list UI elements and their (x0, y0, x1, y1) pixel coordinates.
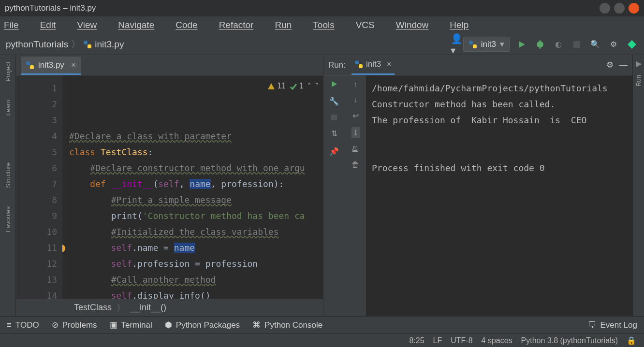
inspection-bar[interactable]: 11 1 ˄ ˅ (267, 78, 319, 94)
breadcrumb[interactable]: pythonTutorials 〉 init3.py (6, 38, 124, 51)
window-title: pythonTutorials – init3.py (5, 3, 96, 13)
breadcrumb-file[interactable]: init3.py (95, 39, 124, 50)
run-config-selector[interactable]: init3 ▾ (463, 37, 510, 52)
menu-file[interactable]: File (4, 20, 29, 30)
svg-marker-15 (332, 81, 337, 87)
chevron-right-icon: 〉 (117, 302, 125, 314)
stop-run-button[interactable] (331, 115, 337, 120)
tool-python-packages[interactable]: ⬢Python Packages (165, 320, 240, 330)
run-console[interactable]: /home/fahmida/PycharmProjects/pythonTuto… (366, 75, 632, 316)
bottom-tool-bar: ≡TODO ⊘Problems ▣Terminal ⬢Python Packag… (0, 316, 644, 333)
expand-right-icon[interactable]: ▶ (636, 59, 642, 68)
svg-rect-16 (331, 115, 337, 120)
tool-terminal[interactable]: ▣Terminal (110, 320, 152, 330)
check-icon (290, 83, 297, 90)
tool-problems[interactable]: ⊘Problems (52, 320, 97, 330)
editor-tab-init3[interactable]: init3.py × (21, 57, 81, 75)
settings-icon[interactable]: ⚙ (607, 38, 620, 51)
tool-run-right[interactable]: Run (635, 75, 642, 87)
rerun-button[interactable] (330, 80, 338, 88)
structure-breadcrumb[interactable]: TestClass 〉 __init__() (16, 299, 323, 316)
minimize-panel-icon[interactable]: — (619, 60, 628, 70)
tool-structure[interactable]: Structure (4, 162, 12, 188)
stop-button[interactable] (571, 38, 583, 51)
breadcrumb-project[interactable]: pythonTutorials (6, 39, 68, 50)
print-icon[interactable]: 🖶 (351, 145, 359, 154)
run-title: Run: (328, 60, 346, 70)
run-tab[interactable]: init3 × (351, 55, 395, 75)
svg-rect-0 (84, 41, 88, 44)
python-file-icon (26, 61, 34, 70)
menu-navigate[interactable]: Navigate (118, 20, 165, 30)
tool-python-console[interactable]: ⌘Python Console (252, 320, 322, 330)
run-settings-icon[interactable]: ⚙ (606, 60, 614, 70)
next-highlight-icon[interactable]: ˅ (315, 78, 319, 94)
warning-count[interactable]: 11 (267, 78, 286, 94)
cursor-position[interactable]: 8:25 (409, 336, 424, 345)
menu-code[interactable]: Code (176, 20, 208, 30)
close-tab-icon[interactable]: × (71, 60, 76, 70)
ide-logo-icon[interactable] (626, 38, 638, 51)
prev-highlight-icon[interactable]: ˄ (307, 78, 311, 94)
intention-bulb-icon[interactable] (62, 245, 65, 252)
wrench-icon[interactable]: 🔧 (329, 97, 339, 106)
menu-vcs[interactable]: VCS (356, 20, 385, 30)
run-header: Run: init3 × ⚙ — (323, 55, 632, 75)
chevron-down-icon: ▾ (500, 39, 504, 49)
soft-wrap-icon[interactable]: ↩ (352, 111, 359, 120)
menu-window[interactable]: Window (396, 20, 439, 30)
user-icon[interactable]: 👤▾ (451, 38, 463, 51)
crumb-function[interactable]: __init__() (130, 303, 166, 313)
indent-setting[interactable]: 4 spaces (482, 336, 512, 345)
down-icon[interactable]: ↓ (353, 96, 357, 104)
file-encoding[interactable]: UTF-8 (451, 336, 472, 345)
search-icon[interactable]: 🔍 (589, 38, 601, 51)
tool-favorites[interactable]: Favorites (4, 206, 12, 232)
menu-view[interactable]: View (77, 20, 107, 30)
menu-edit[interactable]: Edit (40, 20, 67, 30)
warning-icon (267, 83, 275, 90)
right-tool-rail: ▶ Run (632, 55, 644, 316)
tool-todo[interactable]: ≡TODO (7, 320, 39, 330)
run-secondary-toolbar: ↑ ↓ ↩ ⤓ 🖶 🗑 (345, 75, 366, 316)
svg-rect-1 (88, 44, 91, 48)
lock-icon[interactable]: 🔒 (627, 336, 636, 345)
up-icon[interactable]: ↑ (353, 80, 357, 89)
svg-rect-7 (540, 46, 541, 49)
svg-rect-13 (355, 60, 359, 64)
editor-body[interactable]: 1234567891011121314 11 1 ˄ ˅ #Declare a … (16, 75, 323, 299)
tool-learn[interactable]: Learn (4, 100, 12, 116)
run-primary-toolbar: 🔧 ⇅ 📌 (323, 75, 345, 316)
svg-rect-6 (540, 40, 541, 43)
debug-button[interactable] (534, 38, 546, 51)
titlebar: pythonTutorials – init3.py (0, 0, 644, 16)
ok-count[interactable]: 1 (290, 78, 304, 94)
event-log[interactable]: 🗨Event Log (588, 320, 637, 330)
run-button[interactable] (515, 38, 528, 51)
menu-help[interactable]: Help (450, 20, 479, 30)
line-separator[interactable]: LF (433, 336, 442, 345)
navbar: pythonTutorials 〉 init3.py 👤▾ init3 ▾ ◐ … (0, 34, 644, 55)
crumb-class[interactable]: TestClass (74, 303, 112, 313)
coverage-button[interactable]: ◐ (552, 38, 565, 51)
pin-icon[interactable]: 📌 (329, 147, 339, 156)
code-editor[interactable]: 11 1 ˄ ˅ #Declare a class with parameter… (62, 75, 323, 299)
editor-tabstrip: init3.py × (16, 55, 323, 75)
menu-run[interactable]: Run (275, 20, 302, 30)
menu-tools[interactable]: Tools (313, 20, 345, 30)
menubar: File Edit View Navigate Code Refactor Ru… (0, 16, 644, 34)
tool-project[interactable]: Project (4, 62, 12, 81)
left-tool-rail: Project Learn Structure Favorites (0, 55, 16, 316)
window-close-button[interactable] (629, 3, 639, 14)
svg-rect-3 (473, 44, 477, 48)
interpreter[interactable]: Python 3.8 (pythonTutorials) (521, 336, 618, 345)
close-run-tab-icon[interactable]: × (387, 59, 392, 69)
clear-icon[interactable]: 🗑 (351, 160, 359, 169)
chevron-right-icon: 〉 (71, 38, 80, 51)
run-tool-window: Run: init3 × ⚙ — 🔧 ⇅ 📌 ↑ ↓ ↩ ⤓ (323, 55, 632, 316)
window-minimize-button[interactable] (600, 3, 610, 14)
window-maximize-button[interactable] (614, 3, 625, 14)
menu-refactor[interactable]: Refactor (219, 20, 264, 30)
layout-icon[interactable]: ⇅ (331, 129, 337, 138)
scroll-end-icon[interactable]: ⤓ (351, 127, 360, 138)
